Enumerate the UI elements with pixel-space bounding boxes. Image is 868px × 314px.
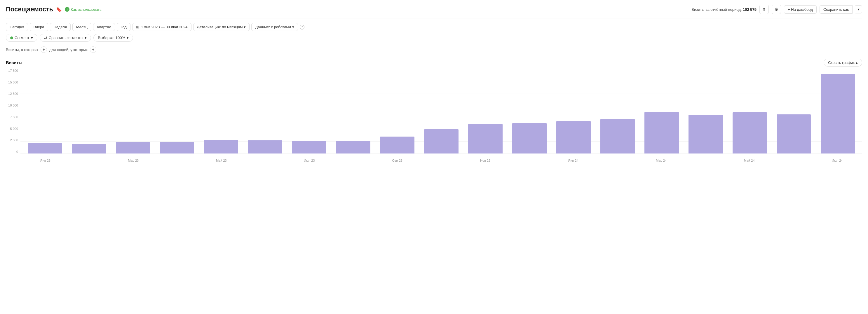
bar[interactable]: [821, 74, 855, 154]
x-label: Июл 24: [815, 158, 859, 162]
chevron-down-icon: ▾: [292, 25, 294, 29]
bar-group[interactable]: [376, 69, 419, 154]
info-circle-icon: i: [65, 7, 69, 12]
bar-group[interactable]: [728, 69, 771, 154]
x-label: Май 24: [727, 158, 771, 162]
header-left: Посещаемость 🔖 i Как использовать: [6, 5, 101, 13]
data-button[interactable]: Данные: с роботами ▾: [251, 23, 298, 31]
page-title: Посещаемость: [6, 5, 53, 13]
y-label-2500: 2 500: [6, 138, 21, 142]
calendar-icon: ⊞: [136, 25, 139, 29]
data-info-icon[interactable]: ?: [300, 25, 304, 29]
y-axis: 17 500 15 000 12 500 10 000 7 500 5 000 …: [6, 69, 21, 154]
chart-section: Визиты Скрыть график ▴ 17 500 15 000 12 …: [6, 59, 862, 162]
bar-group[interactable]: [816, 69, 859, 154]
bar[interactable]: [600, 119, 635, 154]
bar-group[interactable]: [23, 69, 66, 154]
add-people-filter-button[interactable]: +: [90, 46, 96, 53]
bar-group[interactable]: [156, 69, 198, 154]
y-label-12500: 12 500: [6, 92, 21, 95]
how-to-use-link[interactable]: i Как использовать: [65, 7, 101, 12]
chevron-down-icon: ▾: [244, 25, 246, 29]
bar[interactable]: [72, 144, 106, 154]
bar[interactable]: [733, 112, 767, 154]
bar[interactable]: [292, 141, 326, 154]
bar-group[interactable]: [640, 69, 683, 154]
bar[interactable]: [688, 115, 723, 154]
bar-group[interactable]: [244, 69, 287, 154]
detail-button[interactable]: Детализация: по месяцам ▾: [193, 23, 250, 31]
share-button[interactable]: ⬆: [760, 5, 769, 14]
x-label: [507, 158, 551, 162]
bar-group[interactable]: [420, 69, 463, 154]
bar[interactable]: [160, 142, 194, 154]
bar-group[interactable]: [199, 69, 243, 154]
bar[interactable]: [512, 123, 547, 154]
header-divider: [6, 18, 862, 19]
y-label-17500: 17 500: [6, 69, 21, 72]
chart-area: 17 500 15 000 12 500 10 000 7 500 5 000 …: [6, 69, 862, 162]
period-month[interactable]: Месяц: [72, 23, 91, 31]
header-row: Посещаемость 🔖 i Как использовать Визиты…: [6, 5, 862, 14]
bar-group[interactable]: [552, 69, 595, 154]
bar-group[interactable]: [772, 69, 815, 154]
period-today[interactable]: Сегодня: [6, 23, 28, 31]
bar-group[interactable]: [684, 69, 727, 154]
chevron-down-icon: ▾: [85, 36, 87, 40]
bar[interactable]: [424, 129, 459, 154]
bar-group[interactable]: [112, 69, 154, 154]
bar[interactable]: [777, 115, 811, 154]
bar[interactable]: [204, 140, 239, 154]
x-label: Янв 24: [551, 158, 595, 162]
bar-group[interactable]: [464, 69, 507, 154]
sample-button[interactable]: Выборка: 100% ▾: [93, 34, 133, 42]
save-as-dropdown-button[interactable]: ▾: [856, 5, 862, 13]
x-label: Мар 24: [639, 158, 683, 162]
visits-count: 102 575: [743, 7, 756, 12]
hide-chart-button[interactable]: Скрыть график ▴: [824, 59, 862, 66]
period-year[interactable]: Год: [117, 23, 130, 31]
y-label-0: 0: [6, 150, 21, 154]
x-label: [771, 158, 815, 162]
x-label: [595, 158, 640, 162]
bar-group[interactable]: [288, 69, 331, 154]
bar[interactable]: [248, 140, 282, 154]
x-label: Ноя 23: [463, 158, 507, 162]
date-range-picker[interactable]: ⊞ 1 янв 2023 — 30 июл 2024: [132, 23, 191, 31]
y-label-15000: 15 000: [6, 81, 21, 84]
x-label: Мар 23: [111, 158, 155, 162]
chevron-down-icon: ▾: [31, 36, 33, 40]
bar-group[interactable]: [596, 69, 639, 154]
save-as-button[interactable]: Сохранить как: [819, 5, 852, 14]
period-row: Сегодня Вчера Неделя Месяц Квартал Год ⊞…: [6, 23, 862, 31]
page: Посещаемость 🔖 i Как использовать Визиты…: [0, 0, 868, 167]
x-label: Май 23: [199, 158, 243, 162]
settings-button[interactable]: ⚙: [772, 5, 781, 14]
y-label-5000: 5 000: [6, 127, 21, 130]
x-label: Янв 23: [23, 158, 67, 162]
add-to-dashboard-button[interactable]: + На дашборд: [784, 5, 817, 14]
compare-segments-button[interactable]: ⇄ Сравнить сегменты ▾: [40, 34, 91, 42]
segment-button[interactable]: Сегмент ▾: [6, 34, 37, 42]
add-visit-filter-button[interactable]: +: [40, 46, 47, 53]
x-label: [67, 158, 112, 162]
bar[interactable]: [556, 121, 591, 154]
bar[interactable]: [645, 112, 679, 154]
filter-text-visits: Визиты, в которых: [6, 48, 38, 52]
period-yesterday[interactable]: Вчера: [30, 23, 48, 31]
bookmark-icon[interactable]: 🔖: [56, 7, 62, 12]
bar[interactable]: [116, 142, 150, 154]
bar-group[interactable]: [67, 69, 110, 154]
bar[interactable]: [28, 143, 62, 154]
bar[interactable]: [380, 136, 414, 154]
period-quarter[interactable]: Квартал: [93, 23, 115, 31]
x-label: Сен 23: [375, 158, 420, 162]
bar[interactable]: [468, 124, 503, 154]
bar-group[interactable]: [332, 69, 375, 154]
x-labels: Янв 23Мар 23Май 23Июл 23Сен 23Ноя 23Янв …: [21, 158, 862, 162]
segment-dot-icon: [10, 36, 13, 39]
bar-group[interactable]: [508, 69, 551, 154]
bar[interactable]: [336, 141, 370, 154]
bars-area: [21, 69, 862, 154]
period-week[interactable]: Неделя: [50, 23, 71, 31]
